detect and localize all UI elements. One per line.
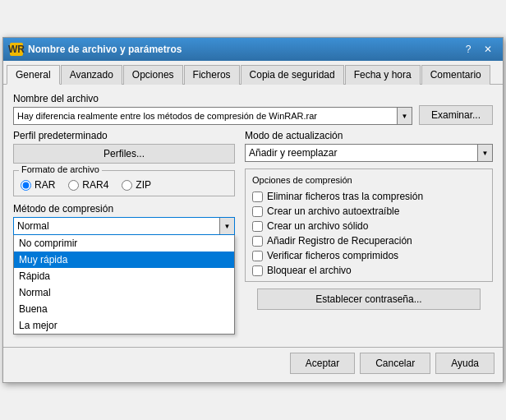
dropdown-item-2[interactable]: Rápida (14, 268, 234, 284)
bottom-bar: Aceptar Cancelar Ayuda (3, 347, 503, 382)
format-rar-label: RAR (34, 179, 55, 191)
tab-comentario[interactable]: Comentario (421, 65, 490, 85)
compression-arrow[interactable]: ▼ (219, 218, 234, 234)
right-column: Modo de actualización Añadir y reemplaza… (245, 130, 493, 335)
format-rar[interactable]: RAR (21, 179, 55, 191)
update-mode-arrow[interactable]: ▼ (477, 145, 492, 161)
profile-section: Perfil predeterminado Perfiles... (13, 130, 235, 164)
title-bar: WR Nombre de archivo y parámetros ? ✕ (3, 38, 503, 61)
compression-list: No comprimir Muy rápida Rápida Normal Bu… (13, 235, 235, 335)
tabs-bar: General Avanzado Opciones Ficheros Copia… (3, 61, 503, 85)
tab-copia[interactable]: Copia de seguridad (241, 65, 344, 85)
compression-value: Normal (14, 220, 219, 232)
filename-arrow[interactable]: ▼ (397, 108, 412, 124)
checkbox-4-label: Verificar ficheros comprimidos (267, 250, 398, 261)
accept-button[interactable]: Aceptar (290, 353, 355, 374)
title-buttons: ? ✕ (460, 42, 496, 57)
format-zip-label: ZIP (136, 179, 151, 191)
tab-opciones[interactable]: Opciones (123, 65, 183, 85)
cancel-button[interactable]: Cancelar (360, 353, 430, 374)
update-mode-combo[interactable]: Añadir y reemplazar ▼ (245, 144, 493, 162)
compression-dropdown[interactable]: Normal ▼ (13, 217, 235, 235)
help-button-bottom[interactable]: Ayuda (435, 353, 494, 374)
close-button[interactable]: ✕ (480, 42, 496, 57)
format-rar4-radio[interactable] (68, 180, 79, 191)
tab-avanzado[interactable]: Avanzado (61, 65, 122, 85)
checkbox-0[interactable]: Eliminar ficheros tras la compresión (252, 191, 485, 202)
format-rar4[interactable]: RAR4 (68, 179, 108, 191)
checkbox-5[interactable]: Bloquear el archivo (252, 265, 485, 276)
checkbox-0-label: Eliminar ficheros tras la compresión (267, 191, 423, 202)
dialog-title: Nombre de archivo y parámetros (28, 44, 182, 55)
title-bar-left: WR Nombre de archivo y parámetros (10, 43, 182, 56)
filename-label: Nombre del archivo (13, 93, 412, 104)
checkbox-3-input[interactable] (252, 236, 263, 247)
format-section: Formato de archivo RAR RAR4 ZIP (13, 170, 235, 196)
checkbox-4[interactable]: Verificar ficheros comprimidos (252, 250, 485, 261)
filename-combo: ▼ (13, 107, 412, 125)
tab-general[interactable]: General (7, 65, 60, 85)
format-rar-radio[interactable] (21, 180, 31, 191)
checkbox-5-input[interactable] (252, 265, 263, 276)
checkbox-3[interactable]: Añadir Registro de Recuperación (252, 235, 485, 247)
dropdown-item-1[interactable]: Muy rápida (14, 252, 234, 268)
examine-button[interactable]: Examinar... (419, 105, 493, 125)
update-mode-section: Modo de actualización Añadir y reemplaza… (245, 130, 493, 162)
compression-options-title: Opciones de compresión (252, 175, 352, 185)
compression-method-section: Método de compresión Normal ▼ No comprim… (13, 203, 235, 235)
dropdown-item-4[interactable]: Buena (14, 301, 234, 317)
password-button[interactable]: Establecer contraseña... (257, 288, 481, 310)
password-btn-row: Establecer contraseña... (245, 288, 493, 310)
checkbox-4-input[interactable] (252, 251, 263, 261)
checkbox-2-input[interactable] (252, 221, 263, 232)
compression-dropdown-container: Normal ▼ No comprimir Muy rápida Rápida … (13, 217, 235, 235)
checkbox-1-input[interactable] (252, 206, 263, 217)
compression-options-section: Opciones de compresión Eliminar ficheros… (245, 168, 493, 282)
format-label: Formato de archivo (19, 164, 102, 174)
app-icon: WR (10, 43, 23, 56)
tab-fecha[interactable]: Fecha y hora (345, 65, 421, 85)
filename-input[interactable] (14, 111, 397, 121)
checkbox-1-label: Crear un archivo autoextraíble (267, 205, 399, 217)
format-zip[interactable]: ZIP (122, 179, 151, 191)
format-radios: RAR RAR4 ZIP (21, 179, 228, 191)
dropdown-item-3[interactable]: Normal (14, 284, 234, 301)
dropdown-item-5[interactable]: La mejor (14, 317, 234, 334)
update-mode-label: Modo de actualización (245, 130, 493, 141)
checkbox-5-label: Bloquear el archivo (267, 265, 352, 276)
profiles-button[interactable]: Perfiles... (13, 144, 235, 164)
format-rar4-label: RAR4 (82, 179, 108, 191)
checkbox-1[interactable]: Crear un archivo autoextraíble (252, 205, 485, 217)
checkbox-0-input[interactable] (252, 192, 263, 202)
profile-label: Perfil predeterminado (13, 130, 235, 141)
dialog-window: WR Nombre de archivo y parámetros ? ✕ Ge… (2, 37, 504, 383)
checkbox-2-label: Crear un archivo sólido (267, 220, 368, 232)
left-column: Perfil predeterminado Perfiles... Format… (13, 130, 235, 335)
dropdown-item-0[interactable]: No comprimir (14, 235, 234, 252)
format-zip-radio[interactable] (122, 180, 132, 191)
tab-ficheros[interactable]: Ficheros (184, 65, 240, 85)
checkbox-2[interactable]: Crear un archivo sólido (252, 220, 485, 232)
dialog-content: Nombre del archivo ▼ Examinar... Perfil … (3, 85, 503, 347)
help-button[interactable]: ? (460, 42, 476, 57)
compression-method-label: Método de compresión (13, 203, 235, 215)
update-mode-value: Añadir y reemplazar (246, 147, 477, 159)
checkbox-3-label: Añadir Registro de Recuperación (267, 235, 412, 247)
